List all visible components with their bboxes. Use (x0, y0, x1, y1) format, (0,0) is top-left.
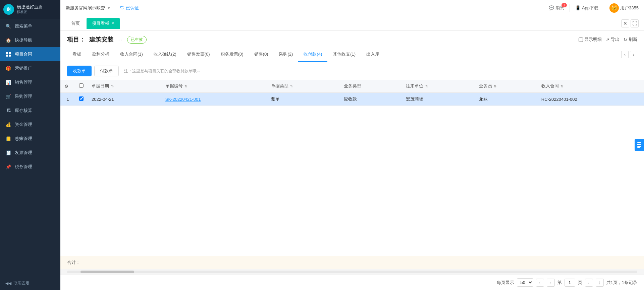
sidebar-item-invoice[interactable]: 🧾 发票管理 (0, 146, 60, 160)
payment-tab-button[interactable]: 付款单 (94, 66, 119, 76)
sidebar-item-label: 快捷导航 (15, 37, 32, 43)
sub-tab-next-button[interactable]: › (630, 51, 637, 58)
sidebar-logo-icon: 财 (3, 4, 14, 15)
sort-icon: ⇅ (425, 84, 428, 88)
svg-rect-1 (9, 52, 11, 54)
sidebar-item-label: 发票管理 (15, 150, 32, 156)
sub-tab-other-income[interactable]: 其他收支(1) (327, 47, 361, 62)
page-prev-button[interactable]: ‹ (547, 279, 555, 287)
sub-tab-profit[interactable]: 盈利分析 (87, 47, 115, 62)
sub-tab-sales[interactable]: 销售(0) (249, 47, 274, 62)
scrollbar-thumb[interactable] (80, 271, 134, 273)
user-label: 用户3355 (620, 5, 639, 11)
row-salesperson-cell: 龙妹 (475, 93, 537, 106)
record-link[interactable]: SK-20220421-001 (165, 97, 201, 102)
page-first-button[interactable]: ⟨ (536, 279, 544, 287)
sidebar-item-marketing[interactable]: 🎁 营销推广 (0, 61, 60, 75)
col-type-header[interactable]: 单据类型 ⇅ (267, 80, 340, 93)
sidebar-unpin-button[interactable]: ◀◀ 取消固定 (0, 276, 60, 290)
col-salesperson-header[interactable]: 业务员 ⇅ (475, 80, 537, 93)
col-partner-header[interactable]: 往来单位 ⇅ (402, 80, 475, 93)
scrollbar-track (67, 271, 637, 273)
row-date-cell: 2022-04-21 (88, 93, 161, 106)
total-label: 合计： (67, 260, 80, 266)
sidebar-item-funds[interactable]: 💰 资金管理 (0, 118, 60, 132)
sub-tab-sales-invoice[interactable]: 销售发票(0) (182, 47, 215, 62)
row-check-cell[interactable] (75, 93, 88, 106)
sub-tab-purchase[interactable]: 采购(2) (273, 47, 298, 62)
sidebar-item-quicknav[interactable]: 🏠 快捷导航 (0, 33, 60, 47)
unpin-icon: ◀◀ (5, 281, 11, 286)
per-page-select[interactable]: 50 (517, 278, 533, 287)
col-gear-header[interactable]: ⚙ (60, 80, 75, 93)
page-next-button[interactable]: › (585, 279, 593, 287)
sub-tab-tax-invoice[interactable]: 税务发票(0) (215, 47, 249, 62)
page-number-input[interactable] (565, 279, 575, 287)
topbar: 新服务官网演示账套 ▼ 🛡 已认证 💬 消息 1 📱 App下载 🐱 (60, 0, 644, 16)
project-icon (5, 51, 11, 57)
table-row[interactable]: 1 2022-04-21 SK-20220421-001 蓝单 应收款 宏茂商场… (60, 93, 644, 106)
sidebar-item-tax[interactable]: 📌 税务管理 (0, 160, 60, 174)
tab-project-board[interactable]: 项目看板 ✕ (87, 18, 120, 29)
tab-home[interactable]: 首页 (66, 18, 85, 29)
sub-tab-prev-button[interactable]: ‹ (621, 51, 629, 58)
chevron-down-icon[interactable]: ▼ (107, 6, 111, 10)
sub-tab-warehousing[interactable]: 出入库 (361, 47, 385, 62)
total-pages-label: 共1页，1条记录 (606, 280, 637, 286)
col-date-header[interactable]: 单据日期 ⇅ (88, 80, 161, 93)
horizontal-scrollbar[interactable] (60, 269, 644, 275)
sub-tab-income-contract[interactable]: 收入合同(1) (115, 47, 148, 62)
sidebar-item-project[interactable]: 项目合同 (0, 47, 60, 61)
topbar-divider (570, 4, 570, 12)
phone-icon: 📱 (575, 5, 581, 10)
select-all-checkbox[interactable] (79, 83, 84, 88)
table-wrapper: ⚙ 单据日期 ⇅ 单据编号 ⇅ 单据类型 ⇅ (60, 80, 644, 256)
sub-tab-receipts[interactable]: 收付款(4) (298, 47, 327, 62)
svg-rect-5 (637, 144, 641, 145)
sales-icon: 📊 (5, 79, 11, 85)
sort-icon: ⇅ (494, 84, 496, 88)
project-more-icon[interactable]: ··· (117, 37, 123, 42)
gift-icon: 🎁 (5, 65, 11, 71)
user-menu-button[interactable]: 🐱 用户3355 (609, 3, 639, 13)
project-title: 建筑安装 (89, 35, 113, 44)
sidebar-item-search[interactable]: 🔍 搜索菜单 (0, 19, 60, 33)
col-check-header[interactable] (75, 80, 88, 93)
message-button[interactable]: 💬 消息 1 (549, 5, 564, 11)
export-label: 导出 (611, 37, 620, 43)
page-label: 第 (557, 280, 562, 286)
sidebar-item-ledger[interactable]: 📒 总账管理 (0, 132, 60, 146)
page-last-button[interactable]: ⟩ (596, 279, 604, 287)
message-badge: 1 (561, 3, 567, 7)
tab-home-label: 首页 (71, 20, 80, 26)
home-icon: 🏠 (5, 37, 11, 43)
row-checkbox[interactable] (79, 96, 84, 101)
app-download-button[interactable]: 📱 App下载 (575, 5, 598, 11)
sidebar-item-inventory[interactable]: 🏗 库存核算 (0, 103, 60, 118)
show-detail-input[interactable] (579, 38, 583, 42)
sub-tab-income-confirm[interactable]: 收入确认(2) (148, 47, 182, 62)
show-detail-checkbox[interactable]: 显示明细 (579, 37, 602, 43)
col-biz-type-header[interactable]: 业务类型 (340, 80, 402, 93)
tab-close-window-button[interactable]: ✕ (621, 19, 629, 27)
sub-tab-kanban[interactable]: 看板 (67, 47, 87, 62)
per-page-label: 每页显示 (497, 280, 514, 286)
sub-tab-nav: ‹ › (621, 51, 637, 58)
row-number-cell[interactable]: SK-20220421-001 (161, 93, 267, 106)
row-gear-cell: 1 (60, 93, 75, 106)
refresh-button[interactable]: ↻ 刷新 (624, 37, 637, 43)
svg-rect-7 (637, 147, 640, 148)
sidebar-item-sales[interactable]: 📊 销售管理 (0, 75, 60, 89)
col-income-contract-header[interactable]: 收入合同 ⇅ (537, 80, 644, 93)
sub-tabs: 看板 盈利分析 收入合同(1) 收入确认(2) 销售发票(0) 税务发票(0) … (60, 47, 644, 62)
svg-rect-2 (6, 55, 8, 57)
float-action-button[interactable] (635, 139, 644, 151)
message-icon: 💬 (549, 5, 554, 10)
sidebar-item-purchase[interactable]: 🛒 采购管理 (0, 89, 60, 103)
receipt-tab-button[interactable]: 收款单 (67, 66, 92, 76)
inventory-icon: 🏗 (5, 107, 11, 114)
tab-close-icon[interactable]: ✕ (111, 21, 114, 25)
export-button[interactable]: ↗ 导出 (606, 37, 620, 43)
tab-maximize-button[interactable]: ⛶ (631, 19, 639, 27)
col-number-header[interactable]: 单据编号 ⇅ (161, 80, 267, 93)
